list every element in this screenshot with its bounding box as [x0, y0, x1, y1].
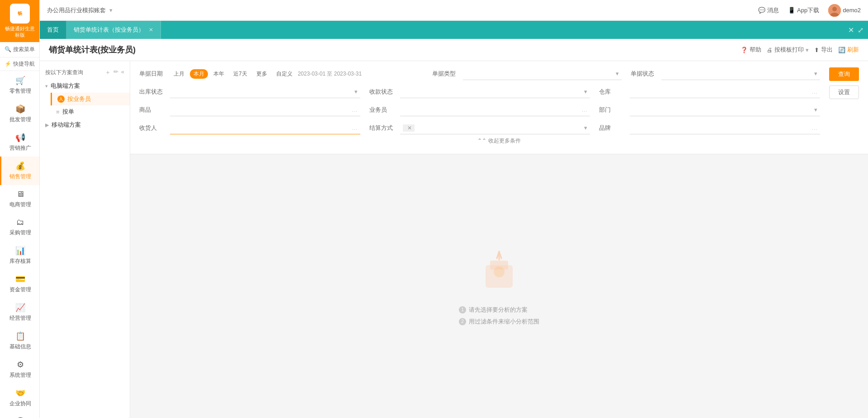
- date-btn-custom[interactable]: 自定义: [273, 69, 296, 79]
- tab-close-window-btn[interactable]: ✕: [848, 26, 854, 34]
- type-select[interactable]: ▾: [463, 67, 622, 80]
- staff-schema-label: 按业务员: [67, 95, 91, 103]
- system-icon: ⚙: [17, 360, 24, 370]
- date-btn-last-month[interactable]: 上月: [170, 69, 188, 79]
- date-btn-more[interactable]: 更多: [253, 69, 271, 79]
- schema-pc-children: 人 按业务员 ≡ 按单: [40, 93, 130, 118]
- brand-more-icon[interactable]: …: [811, 124, 817, 131]
- tabbar: 首页 销货单统计表（按业务员） ✕ ✕ ⤢: [40, 21, 868, 39]
- date-btn-this-year[interactable]: 本年: [210, 69, 228, 79]
- sidebar-item-retail[interactable]: 🛒 零售管理: [0, 71, 39, 100]
- sidebar-item-ecommerce[interactable]: 🖥 电商管理: [0, 185, 39, 213]
- tip-text-2: 用过滤条件来缩小分析范围: [469, 318, 539, 326]
- receiver-input[interactable]: …: [170, 122, 360, 134]
- print-btn[interactable]: 🖨 按模板打印 ▾: [767, 46, 809, 54]
- schema-mobile[interactable]: ▶ 移动端方案: [40, 118, 130, 132]
- warehouse-input[interactable]: …: [630, 86, 820, 98]
- message-btn[interactable]: 💬 消息: [758, 6, 779, 14]
- edit-schema-btn[interactable]: ✏: [113, 68, 118, 76]
- filter-brand-item: 品牌 …: [599, 122, 820, 134]
- settle-select[interactable]: ✕ ▾: [400, 122, 590, 134]
- filter-recv-status-item: 收款状态 ▾: [369, 86, 590, 98]
- brand-input[interactable]: …: [630, 122, 820, 134]
- filter-rows: 单据日期 上月 本月 本年 近7天 更多 自定义 2023-03-01 至 20…: [139, 67, 820, 134]
- main-area: 办公用品行业模拟账套 ▾ 💬 消息 📱 App下载 demo2 首页: [40, 0, 868, 418]
- system-label: 系统管理: [9, 371, 31, 379]
- sidebar-item-system[interactable]: ⚙ 系统管理: [0, 355, 39, 384]
- filter-date-item: 单据日期 上月 本月 本年 近7天 更多 自定义 2023-03-01 至 20…: [139, 69, 423, 79]
- empty-state: 1 请先选择要分析的方案 2 用过滤条件来缩小分析范围: [459, 247, 539, 326]
- staff-input[interactable]: …: [400, 104, 590, 116]
- goods-input[interactable]: …: [170, 104, 360, 116]
- sidebar-item-purchase[interactable]: 🗂 采购管理: [0, 213, 39, 241]
- schema-sub-by-order[interactable]: ≡ 按单: [51, 105, 130, 118]
- out-status-select[interactable]: ▾: [170, 86, 360, 98]
- sidebar-logo[interactable]: 畅 畅捷通好生意 标版: [0, 0, 39, 42]
- help-label: 帮助: [750, 46, 761, 54]
- out-status-label: 出库状态: [139, 88, 166, 96]
- sidebar-item-inventory[interactable]: 📊 库存核算: [0, 241, 39, 270]
- tab-maximize-btn[interactable]: ⤢: [858, 26, 863, 34]
- warehouse-more-icon[interactable]: …: [811, 88, 817, 95]
- recv-status-select[interactable]: ▾: [400, 86, 590, 98]
- date-btn-group: 上月 本月 本年 近7天 更多 自定义 2023-03-01 至 2023-03…: [170, 69, 423, 79]
- tab-sales-stat[interactable]: 销货单统计表（按业务员） ✕: [66, 21, 161, 39]
- left-panel-header: 按以下方案查询 ＋ ✏ «: [40, 66, 130, 79]
- filter-out-status-item: 出库状态 ▾: [139, 86, 360, 98]
- add-schema-btn[interactable]: ＋: [105, 68, 111, 76]
- right-panel: 单据日期 上月 本月 本年 近7天 更多 自定义 2023-03-01 至 20…: [130, 61, 868, 418]
- sidebar-item-basic[interactable]: 📋 基础信息: [0, 327, 39, 355]
- empty-tips: 1 请先选择要分析的方案 2 用过滤条件来缩小分析范围: [459, 306, 539, 326]
- schema-mobile-label: 移动端方案: [52, 121, 81, 129]
- collapse-bar[interactable]: ⌃⌃ 收起更多条件: [139, 134, 859, 147]
- date-btn-this-month[interactable]: 本月: [190, 69, 208, 79]
- goods-more-icon[interactable]: …: [352, 106, 358, 113]
- dept-dropdown-icon: ▾: [814, 106, 817, 113]
- topbar-dropdown-icon[interactable]: ▾: [109, 7, 113, 14]
- retail-label: 零售管理: [9, 87, 31, 95]
- sidebar-item-newbie[interactable]: 🎯 新手引导: [0, 412, 39, 418]
- settle-clear-btn[interactable]: ✕: [407, 125, 412, 131]
- quick-nav-label: 快捷导航: [13, 60, 35, 68]
- sidebar-item-marketing[interactable]: 📢 营销推广: [0, 128, 39, 157]
- refresh-btn[interactable]: 🔄 刷新: [838, 46, 859, 54]
- user-avatar-btn[interactable]: demo2: [828, 4, 861, 17]
- date-btn-last7[interactable]: 近7天: [230, 69, 251, 79]
- sidebar-item-sales[interactable]: 💰 销售管理: [0, 157, 39, 185]
- filter-row-1-wrapper: 单据日期 上月 本月 本年 近7天 更多 自定义 2023-03-01 至 20…: [139, 67, 859, 134]
- topbar-title: 办公用品行业模拟账套: [47, 6, 106, 14]
- tab-home[interactable]: 首页: [40, 21, 66, 39]
- refresh-icon: 🔄: [838, 47, 845, 53]
- filter-panel: 单据日期 上月 本月 本年 近7天 更多 自定义 2023-03-01 至 20…: [130, 61, 868, 154]
- sidebar-item-wholesale[interactable]: 📦 批发管理: [0, 100, 39, 128]
- staff-more-icon[interactable]: …: [581, 106, 587, 113]
- app-download-btn[interactable]: 📱 App下载: [788, 6, 819, 14]
- topbar-left: 办公用品行业模拟账套 ▾: [47, 6, 113, 14]
- sidebar-quick-nav[interactable]: ⚡ 快捷导航: [0, 57, 39, 71]
- sidebar-item-finance[interactable]: 💳 资金管理: [0, 270, 39, 298]
- query-btn[interactable]: 查询: [829, 67, 859, 81]
- receiver-label: 收货人: [139, 124, 166, 132]
- collapse-panel-btn[interactable]: «: [121, 68, 124, 76]
- logo-icon: 畅: [10, 4, 30, 24]
- sidebar-item-operation[interactable]: 📈 经营管理: [0, 298, 39, 327]
- dept-select[interactable]: ▾: [630, 104, 820, 116]
- print-icon: 🖨: [767, 47, 773, 53]
- schema-sub-by-staff[interactable]: 人 按业务员: [51, 93, 130, 105]
- receiver-more-icon[interactable]: …: [352, 124, 358, 131]
- left-panel: 按以下方案查询 ＋ ✏ « ▾ 电脑端方案 人 按业务员: [40, 61, 130, 418]
- export-btn[interactable]: ⬆ 导出: [814, 46, 833, 54]
- empty-tip-1: 1 请先选择要分析的方案: [459, 306, 539, 314]
- page-actions: ❓ 帮助 🖨 按模板打印 ▾ ⬆ 导出 🔄 刷新: [741, 46, 859, 54]
- sidebar-search-menu[interactable]: 🔍 搜索菜单: [0, 42, 39, 57]
- out-status-dropdown-icon: ▾: [354, 88, 358, 95]
- tab-close-icon[interactable]: ✕: [149, 27, 153, 33]
- status-select[interactable]: ▾: [661, 67, 820, 80]
- export-icon: ⬆: [814, 47, 819, 53]
- type-label: 单据类型: [432, 70, 459, 78]
- schema-pc[interactable]: ▾ 电脑端方案: [40, 79, 130, 93]
- settings-btn[interactable]: 设置: [829, 86, 859, 99]
- sidebar-item-corp[interactable]: 🤝 企业协同: [0, 384, 39, 412]
- message-label: 消息: [767, 6, 779, 14]
- help-btn[interactable]: ❓ 帮助: [741, 46, 761, 54]
